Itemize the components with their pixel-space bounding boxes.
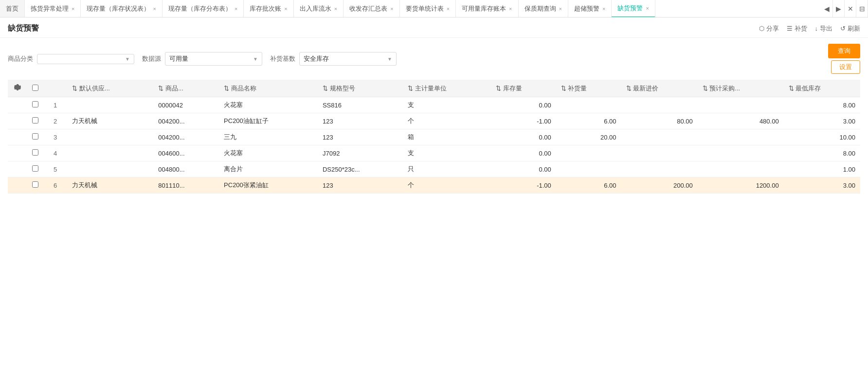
table-header-min-stock[interactable]: ⇅ 最低库存 [784,80,860,97]
tab-close-requisitionStats[interactable]: × [447,6,450,12]
category-select[interactable]: ▼ [37,54,134,64]
row-product-code: 0000042 [153,97,219,113]
row-settings-cell [8,129,27,145]
table-header-estimated[interactable]: ⇅ 预计采购... [698,80,784,97]
row-replenish [556,161,621,177]
prev-tab-btn[interactable]: ◀ [821,0,833,18]
tab-close-shortage[interactable]: × [646,5,649,11]
tab-inOutFlow[interactable]: 出入库流水× [294,0,344,18]
tab-close-expiryQuery[interactable]: × [559,6,562,12]
row-checkbox-cell[interactable] [27,145,43,161]
row-checkbox-cell[interactable] [27,177,43,194]
row-checkbox-5[interactable] [32,181,38,188]
row-settings-cell [8,161,27,177]
table-row: 6 力天机械 801110... PC200张紧油缸 123 个 -1.00 6… [8,177,860,194]
row-unit: 支 [403,97,491,113]
query-button[interactable]: 查询 [828,44,860,58]
refresh-button[interactable]: ↺ 刷新 [840,24,860,33]
tab-close-availableLedger[interactable]: × [509,6,512,12]
row-product-code: 004600... [153,145,219,161]
row-supplier [67,145,153,161]
row-spec: 123 [318,113,403,129]
tab-close-receivePaySummary[interactable]: × [390,6,393,12]
row-checkbox-1[interactable] [32,117,38,123]
tab-receivePaySummary[interactable]: 收发存汇总表× [344,0,399,18]
replenish-base-select[interactable]: 安全库存 ▼ [299,52,397,66]
replenish-button[interactable]: ☰ 补货 [787,24,807,33]
tab-batchLedger[interactable]: 库存批次账× [244,0,293,18]
table-header-product-name[interactable]: ⇅ 商品名称 [219,80,318,97]
row-checkbox-4[interactable] [32,165,38,172]
tab-inventoryStatus[interactable]: 现存量（库存状况表）× [81,0,162,18]
tab-shortage[interactable]: 缺货预警× [612,0,655,18]
row-product-code: 004800... [153,161,219,177]
tab-availableLedger[interactable]: 可用量库存账本× [456,0,518,18]
datasource-value: 可用量 [169,54,188,63]
row-checkbox-cell[interactable] [27,129,43,145]
gear-icon [14,84,21,91]
sort-icon-code: ⇅ [158,85,163,92]
row-min-stock: 1.00 [784,161,860,177]
tab-bar: 首页拣货异常处理×现存量（库存状况表）×现存量（库存分布表）×库存批次账×出入库… [0,0,868,18]
table-header-unit[interactable]: ⇅ 主计量单位 [403,80,491,97]
tab-close-inOutFlow[interactable]: × [334,6,337,12]
table-header-stock[interactable]: ⇅ 库存量 [491,80,556,97]
tab-close-batchLedger[interactable]: × [284,6,287,12]
settings-button[interactable]: 设置 [831,60,860,74]
row-checkbox-cell[interactable] [27,113,43,129]
table-header-settings[interactable] [8,80,27,97]
datasource-filter-group: 数据源 可用量 ▼ [142,52,262,66]
page-header: 缺货预警 ⬡ 分享 ☰ 补货 ↓ 导出 ↺ 刷新 [0,18,868,38]
table-header-latest-price[interactable]: ⇅ 最新进价 [621,80,698,97]
row-replenish [556,145,621,161]
share-button[interactable]: ⬡ 分享 [759,24,779,33]
tab-close-inventoryDist[interactable]: × [235,6,237,12]
sort-icon-unit: ⇅ [408,85,413,92]
table-header-replenish[interactable]: ⇅ 补货量 [556,80,621,97]
tab-close-inventoryStatus[interactable]: × [153,6,156,12]
tab-overstock[interactable]: 超储预警× [568,0,612,18]
datasource-select[interactable]: 可用量 ▼ [165,52,262,66]
row-latest-price [621,129,698,145]
row-product-name: 火花塞 [219,145,318,161]
table-header-supplier[interactable]: ⇅ 默认供应... [67,80,153,97]
row-latest-price [621,97,698,113]
sort-icon-estimated: ⇅ [703,85,708,92]
row-product-name: PC200油缸缸子 [219,113,318,129]
refresh-icon: ↺ [840,25,846,32]
tab-pickAnomaly[interactable]: 拣货异常处理× [25,0,81,18]
select-all-checkbox[interactable] [32,85,38,91]
row-number: 6 [43,177,67,194]
row-checkbox-0[interactable] [32,101,38,107]
row-settings-cell [8,97,27,113]
tab-home[interactable]: 首页 [0,0,25,18]
tab-inventoryDist[interactable]: 现存量（库存分布表）× [163,0,244,18]
table-header-checkbox[interactable] [27,80,43,97]
export-button[interactable]: ↓ 导出 [815,24,833,33]
sort-icon-supplier: ⇅ [72,85,77,92]
next-tab-btn[interactable]: ▶ [833,0,845,18]
page-content: 缺货预警 ⬡ 分享 ☰ 补货 ↓ 导出 ↺ 刷新 商品分类 [0,18,868,387]
row-spec: 123 [318,177,403,194]
page-title: 缺货预警 [8,23,759,34]
tab-requisitionStats[interactable]: 要货单统计表× [400,0,456,18]
shortage-table: ⇅ 默认供应... ⇅ 商品... ⇅ 商品名称 ⇅ 规格型号 ⇅ 主计量单位 [8,80,860,194]
tab-expiryQuery[interactable]: 保质期查询× [519,0,568,18]
table-header-product-code[interactable]: ⇅ 商品... [153,80,219,97]
row-checkbox-cell[interactable] [27,97,43,113]
row-checkbox-cell[interactable] [27,161,43,177]
close-all-tabs-btn[interactable]: ✕ [845,0,856,18]
filter-area: 商品分类 ▼ 数据源 可用量 ▼ 补货基数 安全库存 ▼ 查询 设置 [0,38,868,80]
row-min-stock: 3.00 [784,177,860,194]
tab-close-pickAnomaly[interactable]: × [72,6,74,12]
collapse-tabs-btn[interactable]: ⊟ [856,0,868,18]
row-latest-price [621,145,698,161]
row-checkbox-2[interactable] [32,133,38,140]
row-stock: 0.00 [491,129,556,145]
sort-icon-price: ⇅ [626,85,632,92]
replenish-base-value: 安全库存 [304,54,329,63]
table-header-spec[interactable]: ⇅ 规格型号 [318,80,403,97]
filter-right-buttons: 查询 设置 [828,44,860,74]
tab-close-overstock[interactable]: × [602,6,605,12]
row-checkbox-3[interactable] [32,149,38,156]
